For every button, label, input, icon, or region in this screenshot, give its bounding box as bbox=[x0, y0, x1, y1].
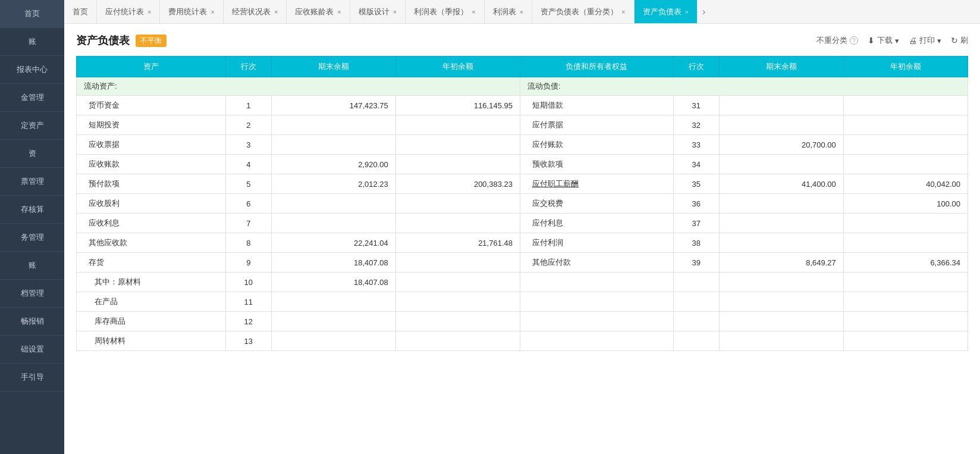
right-name[interactable]: 短期借款 bbox=[520, 96, 673, 115]
right-name[interactable]: 预收款项 bbox=[520, 155, 673, 174]
left-end-balance[interactable] bbox=[271, 194, 395, 214]
left-start-balance[interactable] bbox=[395, 155, 520, 174]
tab-profit[interactable]: 利润表 × bbox=[485, 0, 532, 24]
sidebar-item-settings[interactable]: 础设置 bbox=[0, 336, 64, 364]
left-end-balance[interactable] bbox=[271, 115, 395, 135]
left-name[interactable]: 存货 bbox=[77, 253, 226, 273]
right-name[interactable] bbox=[520, 331, 673, 351]
right-end-balance[interactable]: 20,700.00 bbox=[719, 135, 843, 155]
tab-payable-stats[interactable]: 应付统计表 × bbox=[97, 0, 160, 24]
left-start-balance[interactable]: 200,383.23 bbox=[395, 174, 520, 194]
tab-home[interactable]: 首页 bbox=[64, 0, 97, 24]
tab-balance-reclassified[interactable]: 资产负债表（重分类） × bbox=[532, 0, 634, 24]
left-start-balance[interactable]: 21,761.48 bbox=[395, 233, 520, 253]
left-name[interactable]: 应收账款 bbox=[77, 155, 226, 174]
left-start-balance[interactable] bbox=[395, 273, 520, 292]
left-name[interactable]: 短期投资 bbox=[77, 115, 226, 135]
left-start-balance[interactable] bbox=[395, 253, 520, 273]
right-start-balance[interactable] bbox=[843, 292, 968, 312]
left-end-balance[interactable] bbox=[271, 292, 395, 312]
left-end-balance[interactable] bbox=[271, 331, 395, 351]
sidebar-item-guide[interactable]: 手引导 bbox=[0, 364, 64, 392]
left-end-balance[interactable]: 2,012.23 bbox=[271, 174, 395, 194]
right-name[interactable] bbox=[520, 312, 673, 331]
right-name[interactable]: 应付利润 bbox=[520, 233, 673, 253]
right-end-balance[interactable]: 8,649.27 bbox=[719, 253, 843, 273]
sidebar-item-archive[interactable]: 档管理 bbox=[0, 280, 64, 308]
right-name[interactable]: 应付利息 bbox=[520, 214, 673, 233]
right-end-balance[interactable] bbox=[719, 292, 843, 312]
tab-profit-quarterly[interactable]: 利润表（季报） × bbox=[406, 0, 484, 24]
left-start-balance[interactable] bbox=[395, 194, 520, 214]
right-end-balance[interactable] bbox=[719, 96, 843, 115]
right-end-balance[interactable] bbox=[719, 155, 843, 174]
sidebar-item-inventory[interactable]: 存核算 bbox=[0, 196, 64, 224]
close-tab-template-design[interactable]: × bbox=[393, 8, 397, 15]
right-start-balance[interactable] bbox=[843, 214, 968, 233]
right-start-balance[interactable]: 6,366.34 bbox=[843, 253, 968, 273]
left-start-balance[interactable] bbox=[395, 135, 520, 155]
right-start-balance[interactable]: 100.00 bbox=[843, 194, 968, 214]
sidebar-item-ledger[interactable]: 账 bbox=[0, 252, 64, 280]
sidebar-item-tax[interactable]: 务管理 bbox=[0, 224, 64, 252]
tab-balance[interactable]: 资产负债表 × bbox=[635, 0, 698, 24]
right-start-balance[interactable] bbox=[843, 233, 968, 253]
right-name[interactable]: 应付职工薪酬 bbox=[520, 174, 673, 194]
right-start-balance[interactable]: 40,042.00 bbox=[843, 174, 968, 194]
print-button[interactable]: 🖨 打印 ▾ bbox=[909, 35, 941, 46]
right-start-balance[interactable] bbox=[843, 331, 968, 351]
left-start-balance[interactable] bbox=[395, 312, 520, 331]
left-end-balance[interactable]: 147,423.75 bbox=[271, 96, 395, 115]
tab-template-design[interactable]: 模版设计 × bbox=[350, 0, 406, 24]
close-tab-balance[interactable]: × bbox=[685, 8, 689, 15]
left-name[interactable]: 周转材料 bbox=[77, 331, 226, 351]
left-end-balance[interactable] bbox=[271, 135, 395, 155]
right-start-balance[interactable] bbox=[843, 312, 968, 331]
download-button[interactable]: ⬇ 下载 ▾ bbox=[868, 35, 899, 46]
right-end-balance[interactable] bbox=[719, 312, 843, 331]
tab-operations[interactable]: 经营状况表 × bbox=[224, 0, 287, 24]
right-start-balance[interactable] bbox=[843, 115, 968, 135]
right-name[interactable]: 应交税费 bbox=[520, 194, 673, 214]
right-name[interactable]: 应付账款 bbox=[520, 135, 673, 155]
left-name[interactable]: 预付款项 bbox=[77, 174, 226, 194]
right-name[interactable]: 其他应付款 bbox=[520, 253, 673, 273]
right-end-balance[interactable] bbox=[719, 273, 843, 292]
left-start-balance[interactable] bbox=[395, 115, 520, 135]
left-start-balance[interactable] bbox=[395, 292, 520, 312]
close-tab-payable-stats[interactable]: × bbox=[147, 8, 151, 15]
close-tab-receivable-aging[interactable]: × bbox=[337, 8, 341, 15]
sidebar-item-investment[interactable]: 资 bbox=[0, 140, 64, 168]
left-name[interactable]: 应收股利 bbox=[77, 194, 226, 214]
right-name[interactable]: 应付票据 bbox=[520, 115, 673, 135]
right-end-balance[interactable] bbox=[719, 194, 843, 214]
left-start-balance[interactable] bbox=[395, 331, 520, 351]
no-reclassify-button[interactable]: 不重分类 ? bbox=[816, 35, 858, 46]
right-start-balance[interactable] bbox=[843, 96, 968, 115]
sidebar-item-home[interactable]: 首页 bbox=[0, 0, 64, 28]
left-name[interactable]: 库存商品 bbox=[77, 312, 226, 331]
left-name[interactable]: 其中：原材料 bbox=[77, 273, 226, 292]
left-name[interactable]: 货币资金 bbox=[77, 96, 226, 115]
right-start-balance[interactable] bbox=[843, 135, 968, 155]
right-end-balance[interactable] bbox=[719, 233, 843, 253]
left-end-balance[interactable] bbox=[271, 312, 395, 331]
right-name[interactable] bbox=[520, 273, 673, 292]
left-start-balance[interactable] bbox=[395, 214, 520, 233]
left-name[interactable]: 其他应收款 bbox=[77, 233, 226, 253]
close-tab-profit[interactable]: × bbox=[520, 8, 523, 15]
sidebar-item-expense[interactable]: 畅报销 bbox=[0, 308, 64, 336]
close-tab-balance-reclassified[interactable]: × bbox=[621, 8, 625, 15]
right-end-balance[interactable] bbox=[719, 115, 843, 135]
left-name[interactable]: 应收利息 bbox=[77, 214, 226, 233]
sidebar-item-finance[interactable]: 金管理 bbox=[0, 84, 64, 112]
left-end-balance[interactable]: 18,407.08 bbox=[271, 253, 395, 273]
right-end-balance[interactable]: 41,400.00 bbox=[719, 174, 843, 194]
tab-receivable-aging[interactable]: 应收账龄表 × bbox=[287, 0, 350, 24]
sidebar-item-account[interactable]: 账 bbox=[0, 28, 64, 56]
refresh-button[interactable]: ↻ 刷 bbox=[951, 35, 968, 46]
sidebar-item-bills[interactable]: 票管理 bbox=[0, 168, 64, 196]
left-start-balance[interactable]: 116,145.95 bbox=[395, 96, 520, 115]
close-tab-profit-quarterly[interactable]: × bbox=[472, 8, 475, 15]
right-end-balance[interactable] bbox=[719, 331, 843, 351]
